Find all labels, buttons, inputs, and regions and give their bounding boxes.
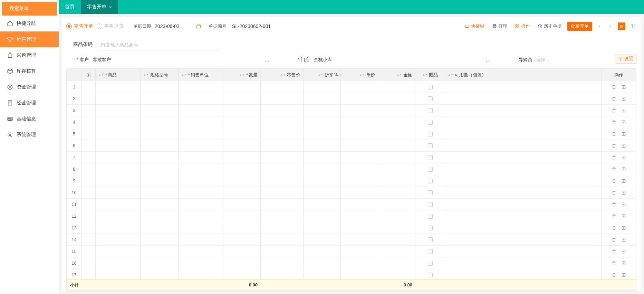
cell-amount[interactable] [378,187,415,198]
cell-price[interactable] [261,163,304,175]
table-row[interactable]: 9 [67,175,636,187]
cell-discount[interactable] [304,140,341,151]
cell-unit[interactable] [179,175,223,187]
cell-qty[interactable] [223,199,261,210]
delete-icon[interactable] [611,260,617,266]
cell-discount[interactable] [304,257,341,269]
cell-spec[interactable] [141,199,179,210]
cell-qty[interactable] [223,163,261,175]
cell-discount[interactable] [304,222,341,234]
cell-unit[interactable] [179,105,223,116]
cell-spec[interactable] [141,234,179,245]
sidebar-item-sales[interactable]: 销售管理 [0,31,59,47]
cell-spec[interactable] [141,152,179,163]
prev-icon[interactable] [596,22,603,30]
cell-discount[interactable] [304,246,341,257]
cell-product[interactable] [96,81,141,93]
cell-unit-price[interactable] [341,199,378,210]
cell-gift[interactable] [415,93,445,104]
add-row-icon[interactable] [621,249,626,254]
cell-unit-price[interactable] [341,257,378,269]
delete-icon[interactable] [611,108,617,113]
table-row[interactable]: 7 [67,152,636,163]
expand-icon[interactable] [629,22,636,30]
cell-spec[interactable] [141,116,179,128]
cell-spec[interactable] [141,81,179,93]
table-row[interactable]: 15 [67,246,636,257]
cell-unit-price[interactable] [341,269,378,279]
th-available[interactable]: ▲▼可用量（包装） [445,69,602,81]
add-row-icon[interactable] [621,237,626,243]
cell-unit-price[interactable] [341,140,378,151]
cell-discount[interactable] [304,116,341,128]
cell-unit[interactable] [179,257,223,269]
cell-price[interactable] [261,93,304,104]
cell-amount[interactable] [378,140,415,151]
next-icon[interactable] [607,22,614,30]
cell-gift[interactable] [415,81,445,93]
th-unit-price[interactable]: ▲▼单价 [341,69,378,81]
table-row[interactable]: 1 [67,81,636,93]
list-view-icon[interactable] [618,22,625,30]
cell-spec[interactable] [141,140,179,151]
barcode-input[interactable] [97,39,221,50]
th-spec[interactable]: ▲▼规格型号 [141,69,179,81]
cell-product[interactable] [96,105,141,116]
cell-spec[interactable] [141,222,179,234]
cell-unit-price[interactable] [341,152,378,163]
table-row[interactable]: 8 [67,163,636,175]
cell-qty[interactable] [223,152,261,163]
cell-price[interactable] [261,210,304,222]
th-discount[interactable]: ▲▼折扣% [304,69,341,81]
cell-qty[interactable] [223,175,261,187]
close-icon[interactable]: × [109,4,112,10]
shortcut-button[interactable]: 快捷键 [463,23,487,29]
cell-gift[interactable] [415,152,445,163]
radio-retail-order[interactable]: 零售开单 [66,23,93,29]
guide-field[interactable]: 导购员 选择... [519,57,549,63]
table-row[interactable]: 14 [67,234,636,246]
cell-discount[interactable] [304,81,341,93]
sidebar-item-funds[interactable]: ¥ 资金管理 [0,79,59,95]
delete-icon[interactable] [611,131,617,137]
add-row-icon[interactable] [621,108,626,113]
delete-icon[interactable] [611,249,617,254]
table-row[interactable]: 13 [67,222,636,234]
cell-product[interactable] [96,210,141,222]
table-row[interactable]: 4 [67,116,636,128]
checkbox[interactable] [428,190,433,195]
cell-unit-price[interactable] [341,93,378,104]
checkbox[interactable] [428,202,433,207]
customer-more-icon[interactable]: … [265,57,270,63]
cell-price[interactable] [261,105,304,116]
sidebar-item-system[interactable]: 系统管理 [0,127,59,143]
cell-unit[interactable] [179,81,223,93]
cell-amount[interactable] [378,199,415,210]
add-row-icon[interactable] [621,167,626,172]
table-row[interactable]: 12 [67,210,636,222]
batch-order-button[interactable]: 批发开单 [567,22,592,31]
cell-unit-price[interactable] [341,222,378,234]
cell-spec[interactable] [141,269,179,279]
cell-gift[interactable] [415,199,445,210]
th-gift[interactable]: ▲▼赠品 [415,69,445,81]
add-row-icon[interactable] [621,120,626,125]
cell-amount[interactable] [378,163,415,175]
cell-gift[interactable] [415,269,445,279]
search-menu-button[interactable]: 搜索菜单 [2,2,57,16]
cell-amount[interactable] [378,93,415,104]
checkbox[interactable] [428,249,433,254]
sidebar-item-basic[interactable]: 基础信息 [0,111,59,127]
cell-unit-price[interactable] [341,128,378,140]
cell-unit[interactable] [179,163,223,175]
table-row[interactable]: 3 [67,105,636,116]
add-row-icon[interactable] [621,96,626,102]
cell-amount[interactable] [378,116,415,128]
cell-price[interactable] [261,175,304,187]
th-amount[interactable]: ▲▼金额 [378,69,415,81]
table-row[interactable]: 16 [67,257,636,269]
cell-price[interactable] [261,246,304,257]
cell-product[interactable] [96,140,141,151]
cell-product[interactable] [96,175,141,187]
cell-unit[interactable] [179,128,223,140]
